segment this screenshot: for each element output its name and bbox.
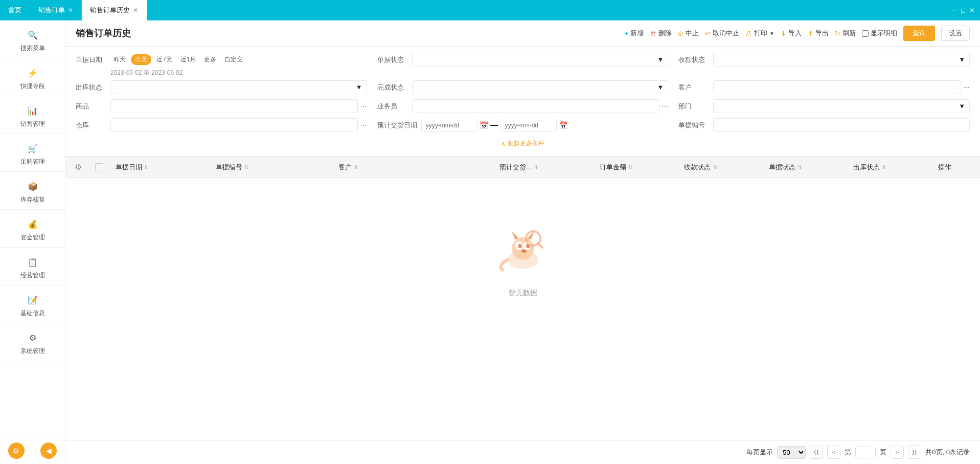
th-order-status[interactable]: 单据状态 ⇅	[765, 163, 850, 172]
prev-page-btn[interactable]: ＜	[827, 446, 840, 459]
th-settings[interactable]: ⚙	[71, 162, 91, 172]
add-button[interactable]: + 新增	[625, 29, 644, 38]
display-detail-checkbox[interactable]	[862, 30, 869, 37]
delivery-end-input[interactable]	[500, 119, 557, 132]
total-text: 共0页, 0条记录	[925, 448, 970, 457]
order-status-select[interactable]: ▼	[412, 53, 669, 67]
pay-status-select[interactable]: ▼	[713, 53, 970, 67]
order-no-input[interactable]	[713, 118, 970, 132]
print-button[interactable]: 🖨 打印 ▼	[745, 29, 774, 38]
tab-sales-order[interactable]: 销售订单 ✕	[30, 0, 82, 20]
goods-input[interactable]	[110, 99, 358, 113]
stop-icon: ⊘	[678, 30, 683, 37]
customer-control: ···	[713, 80, 970, 94]
filter-row-1: 单据日期 昨天 今天 近7天 近1月 更多 自定义 单据状态	[76, 53, 970, 67]
date-range-row: 2023-06-02 至 2023-06-02	[76, 69, 970, 77]
export-button[interactable]: ⬆ 导出	[808, 29, 829, 38]
th-customer[interactable]: 客户 ⇅	[334, 163, 495, 172]
th-ship-status[interactable]: 出库状态 ⇅	[849, 163, 934, 172]
display-detail-label: 显示明细	[871, 29, 897, 38]
search-menu-icon: 🔍	[26, 28, 40, 42]
cancel-stop-label: 取消中止	[713, 29, 739, 38]
page-input[interactable]: 1	[855, 447, 876, 458]
stop-button[interactable]: ⊘ 中止	[678, 29, 699, 38]
th-num[interactable]: 单据编号 ⇅	[212, 163, 334, 172]
date-more-btn[interactable]: 更多	[201, 54, 219, 65]
display-detail-toggle[interactable]: 显示明细	[862, 29, 897, 38]
window-maximize-btn[interactable]: □	[961, 7, 965, 14]
last-page-btn[interactable]: ⟩⟩	[908, 446, 921, 459]
sidebar-item-finance[interactable]: 💰 资金管理	[0, 210, 65, 248]
main-layout: 🔍 搜索菜单 ⚡ 快捷导航 📊 销售管理 🛒 采购管理 📦 库存核算 💰 资金管…	[0, 20, 980, 464]
refresh-icon: ↻	[835, 30, 840, 37]
sales-icon: 📊	[26, 103, 40, 118]
warehouse-dots-icon[interactable]: ···	[360, 121, 367, 130]
sidebar-item-sales[interactable]: 📊 销售管理	[0, 96, 65, 134]
date-custom-btn[interactable]: 自定义	[221, 54, 246, 65]
select-all-checkbox[interactable]	[95, 163, 103, 171]
th-date[interactable]: 单据日期 ⇅	[111, 163, 212, 172]
th-pay-status[interactable]: 收款状态 ⇅	[680, 163, 765, 172]
window-minimize-btn[interactable]: ─	[952, 7, 957, 14]
th-amount[interactable]: 订单金额 ⇅	[596, 163, 680, 172]
goods-dots-icon[interactable]: ···	[360, 102, 367, 111]
close-history-tab-icon[interactable]: ✕	[133, 7, 138, 14]
refresh-label: 刷新	[842, 29, 856, 38]
th-delivery[interactable]: 预计交货... ⇅	[495, 163, 596, 172]
salesperson-input[interactable]	[412, 99, 659, 113]
cancel-stop-button[interactable]: ↩ 取消中止	[705, 29, 739, 38]
sidebar-item-purchase[interactable]: 🛒 采购管理	[0, 134, 65, 172]
ship-status-select[interactable]: ▼	[110, 80, 367, 94]
filter-date: 单据日期 昨天 今天 近7天 近1月 更多 自定义	[76, 54, 367, 65]
th-delivery-label: 预计交货...	[499, 163, 532, 172]
content-area: 销售订单历史 + 新增 🗑 删除 ⊘ 中止 ↩ 取消中止	[65, 20, 980, 464]
date-range-display: 2023-06-02 至 2023-06-02	[76, 69, 370, 77]
filter-pay-status: 收款状态 ▼	[678, 53, 970, 67]
sidebar-item-search[interactable]: 🔍 搜索菜单	[0, 20, 65, 58]
page-size-select[interactable]: 50 10 20 100	[777, 446, 806, 459]
date-today-btn[interactable]: 今天	[131, 54, 151, 65]
next-page-btn[interactable]: ＞	[891, 446, 904, 459]
customer-input[interactable]	[713, 80, 961, 94]
refresh-button[interactable]: ↻ 刷新	[835, 29, 856, 38]
collapse-button[interactable]: ∧ 收起更多条件	[76, 137, 970, 150]
salesperson-dots-icon[interactable]: ···	[662, 102, 668, 111]
sidebar-item-inventory[interactable]: 📦 库存核算	[0, 172, 65, 210]
warehouse-input[interactable]	[110, 118, 358, 132]
filter-goods: 商品 ···	[76, 99, 367, 113]
settings-button[interactable]: 设置	[941, 26, 970, 41]
sidebar-item-basics[interactable]: 📝 基础信息	[0, 285, 65, 323]
sidebar-item-operations[interactable]: 📋 经营管理	[0, 248, 65, 285]
filter-customer: 客户 ···	[678, 80, 970, 94]
print-label: 打印	[754, 29, 767, 38]
window-close-btn[interactable]: ✕	[969, 7, 975, 14]
first-page-btn[interactable]: ⟨⟨	[810, 446, 823, 459]
svg-point-4	[518, 244, 522, 248]
date-1month-btn[interactable]: 近1月	[177, 54, 199, 65]
tab-home[interactable]: 首页	[0, 0, 30, 20]
delete-button[interactable]: 🗑 删除	[650, 29, 672, 38]
tab-sales-order-history[interactable]: 销售订单历史 ✕	[82, 0, 147, 20]
table-area: ⚙ 单据日期 ⇅ 单据编号 ⇅ 客户 ⇅ 预计交货...	[65, 157, 980, 440]
import-button[interactable]: ⬇ 导入	[781, 29, 802, 38]
sidebar-settings-btn[interactable]: ⚙	[8, 443, 25, 459]
inventory-icon: 📦	[26, 179, 40, 193]
filter-row-4: 仓库 ··· 预计交货日期 📅 — 📅	[76, 118, 970, 132]
column-settings-icon[interactable]: ⚙	[75, 162, 82, 172]
complete-status-select[interactable]: ▼	[412, 80, 669, 94]
delivery-start-input[interactable]	[421, 119, 477, 132]
sidebar-item-system[interactable]: ⚙ 系统管理	[0, 323, 65, 361]
filter-department: 部门 ▼	[678, 99, 970, 113]
query-button[interactable]: 查询	[903, 26, 935, 41]
collapse-label: 收起更多条件	[508, 139, 544, 148]
sidebar-collapse-btn[interactable]: ◀	[40, 443, 57, 459]
department-select[interactable]: ▼	[713, 99, 970, 113]
close-sales-order-tab-icon[interactable]: ✕	[68, 7, 73, 14]
date-7days-btn[interactable]: 近7天	[153, 54, 175, 65]
date-yesterday-btn[interactable]: 昨天	[110, 54, 129, 65]
date-quick-btns: 昨天 今天 近7天 近1月 更多 自定义	[110, 54, 246, 65]
customer-dots-icon[interactable]: ···	[963, 83, 970, 92]
th-checkbox[interactable]	[91, 163, 111, 171]
sidebar-item-quicknav[interactable]: ⚡ 快捷导航	[0, 58, 65, 96]
date-control: 昨天 今天 近7天 近1月 更多 自定义	[110, 54, 367, 65]
